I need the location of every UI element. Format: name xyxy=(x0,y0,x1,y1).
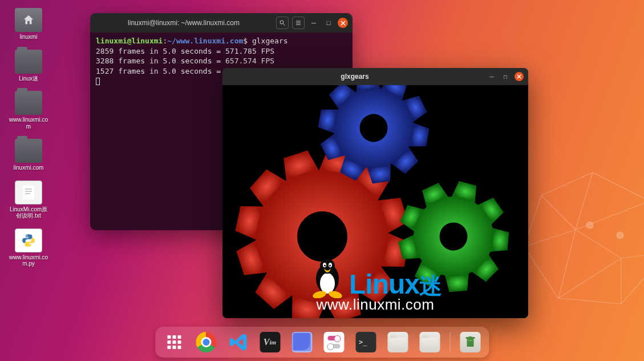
close-button[interactable] xyxy=(338,18,348,28)
show-applications-button[interactable] xyxy=(162,330,186,354)
maximize-button[interactable]: □ xyxy=(323,17,334,29)
vim-icon: Vim xyxy=(260,332,280,352)
desktop-icon-label: www.linuxmi.com.py xyxy=(7,254,50,267)
svg-point-0 xyxy=(586,222,593,228)
text-file-icon xyxy=(15,181,42,204)
terminal-title: linuxmi@linuxmi: ~/www.linuxmi.com xyxy=(95,19,273,27)
terminal-icon: >_ xyxy=(355,332,376,352)
dock-app-vim[interactable]: Vim xyxy=(258,330,282,354)
home-folder-icon xyxy=(15,8,42,32)
desktop-icons: linuxmi Linux迷 www.linuxmi.com linuxmi.c… xyxy=(6,6,51,270)
desktop-icon-label: LinuxMi.com原创说明.txt xyxy=(7,206,50,219)
svg-rect-2 xyxy=(23,186,34,199)
files-icon xyxy=(419,332,440,352)
svg-rect-32 xyxy=(468,336,472,338)
desktop-icon-textfile[interactable]: LinuxMi.com原创说明.txt xyxy=(6,178,51,222)
search-icon[interactable] xyxy=(276,17,289,29)
prompt-user: linuxmi@linuxmi xyxy=(96,37,163,45)
desktop-icon-label: Linux迷 xyxy=(19,75,38,82)
terminal-command: glxgears xyxy=(252,37,288,45)
prompt-symbol: $ xyxy=(243,37,248,45)
minimize-button[interactable]: ─ xyxy=(487,72,496,81)
desktop-icon-label: linuxmi.com xyxy=(14,165,44,171)
glxgears-titlebar[interactable]: glxgears ─ □ xyxy=(222,68,528,85)
dock-app-screenshot[interactable] xyxy=(290,330,314,354)
dock-app-terminal[interactable]: >_ xyxy=(354,330,378,354)
trash-icon xyxy=(460,332,480,352)
dock-app-vscode[interactable] xyxy=(226,330,250,354)
dock: Vim >_ xyxy=(155,327,489,358)
desktop-icon-label: linuxmi xyxy=(19,34,37,41)
desktop-icon-folder[interactable]: linuxmi.com xyxy=(6,137,51,174)
minimize-button[interactable]: ─ xyxy=(308,17,319,29)
files-icon xyxy=(387,332,408,352)
glxgears-title: glxgears xyxy=(227,73,483,81)
vscode-icon xyxy=(228,332,248,352)
desktop-icon-home[interactable]: linuxmi xyxy=(6,6,51,43)
svg-point-1 xyxy=(617,232,623,239)
tweaks-icon xyxy=(323,332,344,352)
menu-icon[interactable] xyxy=(292,17,305,29)
dock-app-files[interactable] xyxy=(386,330,410,354)
terminal-output-line: 3288 frames in 5.0 seconds = 657.574 FPS xyxy=(96,56,347,66)
screenshot-icon xyxy=(291,332,312,352)
folder-icon xyxy=(15,139,42,163)
python-file-icon xyxy=(15,228,42,252)
apps-grid-icon xyxy=(167,335,181,349)
terminal-titlebar[interactable]: linuxmi@linuxmi: ~/www.linuxmi.com ─ □ xyxy=(90,13,353,33)
green-gear-icon xyxy=(394,177,513,296)
dock-trash[interactable] xyxy=(458,330,482,354)
maximize-button[interactable]: □ xyxy=(501,72,510,81)
folder-icon xyxy=(15,91,42,115)
svg-point-6 xyxy=(280,21,283,24)
blue-gear-icon xyxy=(314,85,434,188)
desktop-icon-label: www.linuxmi.com xyxy=(7,117,50,130)
terminal-output-line: 2859 frames in 5.0 seconds = 571.785 FPS xyxy=(96,46,347,57)
terminal-prompt-line: linuxmi@linuxmi:~/www.linuxmi.com$ glxge… xyxy=(96,36,347,46)
close-button[interactable] xyxy=(515,72,524,81)
chrome-icon xyxy=(196,332,216,352)
glxgears-viewport: Linux迷 www.linuxmi.com xyxy=(222,85,528,318)
dock-app-chrome[interactable] xyxy=(194,330,218,354)
svg-line-7 xyxy=(283,24,285,26)
glxgears-window[interactable]: glxgears ─ □ xyxy=(222,68,528,318)
desktop-icon-pyfile[interactable]: www.linuxmi.com.py xyxy=(6,226,51,270)
dock-app-tweaks[interactable] xyxy=(322,330,346,354)
dock-separator xyxy=(449,332,450,352)
desktop-icon-folder[interactable]: Linux迷 xyxy=(6,47,51,85)
prompt-path: ~/www.linuxmi.com xyxy=(167,37,243,45)
desktop-icon-folder[interactable]: www.linuxmi.com xyxy=(6,89,51,132)
folder-icon xyxy=(15,50,42,74)
dock-app-files-alt[interactable] xyxy=(418,330,442,354)
